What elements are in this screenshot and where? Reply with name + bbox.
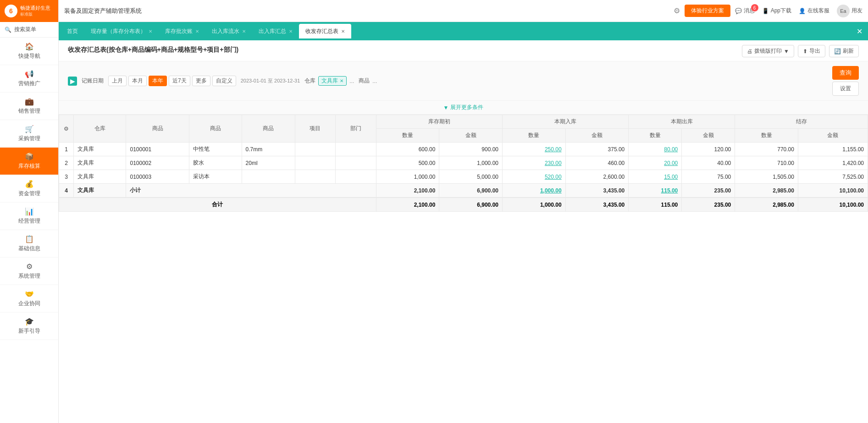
row3-product-spec: [242, 170, 295, 184]
tabbar-close-btn[interactable]: ✕: [853, 25, 866, 38]
col-balance-qty-header: 数量: [735, 129, 798, 143]
logo-badge: 标准版: [20, 11, 50, 17]
chevron-down-icon: ▼: [784, 48, 789, 55]
product-more-btn[interactable]: ...: [372, 78, 377, 84]
sidebar-item-basic-info[interactable]: 📋 基础信息: [0, 230, 58, 258]
app-download-btn[interactable]: 📱 App下载: [762, 7, 791, 15]
product-label: 商品: [359, 77, 370, 85]
tab-inventory-distribution[interactable]: 现存量（库存分布表） ✕: [84, 24, 159, 38]
notifications-btn[interactable]: 💬 消息 6: [735, 7, 755, 15]
query-btn[interactable]: 查询: [832, 66, 859, 80]
subtotal-out-qty[interactable]: 115.00: [629, 184, 682, 198]
system-label: 系统管理: [18, 272, 40, 280]
sidebar-item-sales[interactable]: 💼 销售管理: [0, 93, 58, 120]
table-settings-btn[interactable]: 设置: [832, 82, 859, 96]
experience-btn[interactable]: 体验行业方案: [685, 5, 730, 17]
date-btn-this-month[interactable]: 本月: [128, 76, 147, 86]
row2-in-qty[interactable]: 230.00: [502, 156, 565, 170]
date-btn-this-year[interactable]: 本年: [149, 76, 167, 86]
total-opening-amount: 6,900.00: [439, 198, 503, 212]
date-filter-label: 记账日期: [82, 77, 104, 85]
row3-department: [336, 170, 376, 184]
row2-out-qty[interactable]: 20.00: [629, 156, 682, 170]
sidebar-item-operations[interactable]: 📊 经营管理: [0, 203, 58, 230]
tab-close-batch[interactable]: ✕: [195, 29, 199, 34]
row3-project: [295, 170, 336, 184]
tab-home[interactable]: 首页: [61, 24, 84, 38]
avatar: Ea: [837, 5, 850, 17]
operations-icon: 📊: [25, 207, 34, 216]
row1-seq: 1: [59, 143, 74, 156]
row2-in-amount: 460.00: [565, 156, 629, 170]
date-btn-last-month[interactable]: 上月: [108, 76, 127, 86]
row2-seq: 2: [59, 156, 74, 170]
date-btn-custom[interactable]: 自定义: [212, 76, 236, 86]
sidebar-item-quick-nav[interactable]: 🏠 快捷导航: [0, 38, 58, 65]
logo-text: 畅捷通好生意: [20, 5, 50, 11]
marketing-icon: 📢: [25, 70, 34, 78]
date-options: 上月 本月 本年 近7天 更多 自定义: [108, 76, 236, 86]
tab-close-receivable-summary[interactable]: ✕: [341, 29, 345, 34]
warehouse-more-btn[interactable]: ...: [349, 78, 354, 84]
col-opening-amount-header: 金额: [439, 129, 503, 143]
row1-in-qty[interactable]: 250.00: [502, 143, 565, 156]
row1-out-amount: 120.00: [682, 143, 735, 156]
col-settings-header[interactable]: ⚙: [59, 115, 74, 143]
table-row: 3 文具库 0100003 采访本 1,000.00 5,000.00 520.…: [59, 170, 868, 184]
col-product-name-header: 商品: [189, 115, 242, 143]
col-balance-group-header: 结存: [735, 115, 868, 129]
total-balance-qty: 2,985.00: [735, 198, 798, 212]
subtotal-in-qty[interactable]: 1,000.00: [502, 184, 565, 198]
sidebar-item-finance[interactable]: 💰 资金管理: [0, 175, 58, 203]
warehouse-tag[interactable]: 文具库 ✕: [318, 76, 347, 86]
col-product-code-header: 商品: [126, 115, 189, 143]
finance-label: 资金管理: [18, 190, 40, 198]
row2-product-code: 0100002: [126, 156, 189, 170]
tab-close-inventory-distribution[interactable]: ✕: [149, 29, 152, 34]
page-header: 收发存汇总表(按仓库+商品编码+商品+规格型号+项目+部门) 🖨 拨镜版打印 ▼…: [59, 40, 868, 61]
row3-product-code: 0100003: [126, 170, 189, 184]
marketing-label: 营销推广: [18, 80, 40, 88]
product-filter: 商品 ...: [359, 77, 377, 85]
row3-out-qty[interactable]: 15.00: [629, 170, 682, 184]
refresh-btn[interactable]: 🔄 刷新: [829, 45, 859, 57]
row1-opening-amount: 900.00: [439, 143, 503, 156]
export-btn[interactable]: ⬆ 导出: [798, 45, 825, 57]
col-opening-group-header: 库存期初: [376, 115, 502, 129]
sidebar-item-purchase[interactable]: 🛒 采购管理: [0, 120, 58, 148]
tab-close-in-out-summary[interactable]: ✕: [289, 29, 293, 34]
row3-opening-amount: 5,000.00: [439, 170, 503, 184]
print-btn[interactable]: 🖨 拨镜版打印 ▼: [742, 45, 794, 57]
sidebar-item-inventory[interactable]: 📦 库存核算: [0, 148, 58, 175]
date-btn-more[interactable]: 更多: [192, 76, 210, 86]
user-btn[interactable]: Ea 用友: [837, 5, 862, 17]
tab-in-out-flow[interactable]: 出入库流水 ✕: [205, 24, 252, 38]
tab-in-out-summary[interactable]: 出入库汇总 ✕: [252, 24, 299, 38]
row3-in-qty[interactable]: 520.00: [502, 170, 565, 184]
warehouse-tag-close[interactable]: ✕: [340, 78, 343, 83]
quick-nav-icon: 🏠: [25, 42, 34, 51]
sidebar-item-marketing[interactable]: 📢 营销推广: [0, 65, 58, 93]
tab-batch[interactable]: 库存批次账 ✕: [159, 24, 205, 38]
row1-out-qty[interactable]: 80.00: [629, 143, 682, 156]
tab-receivable-summary[interactable]: 收发存汇总表 ✕: [299, 24, 351, 38]
total-row: 合计 2,100.00 6,900.00 1,000.00 3,435.00 1…: [59, 198, 868, 212]
sidebar-item-system[interactable]: ⚙ 系统管理: [0, 258, 58, 285]
sidebar-logo: 6 畅捷通好生意 标准版: [0, 0, 58, 22]
warehouse-label: 仓库: [304, 77, 315, 85]
quick-nav-label: 快捷导航: [18, 52, 40, 60]
sidebar-item-guide[interactable]: 🎓 新手引导: [0, 313, 58, 340]
enterprise-label: 企业协同: [18, 300, 40, 308]
tab-close-in-out-flow[interactable]: ✕: [242, 29, 246, 34]
table-row: 2 文具库 0100002 胶水 20ml 500.00 1,000.00 23…: [59, 156, 868, 170]
expand-conditions-btn[interactable]: ▼ 展开更多条件: [443, 104, 484, 111]
sidebar-search[interactable]: 🔍 搜索菜单: [0, 22, 58, 38]
online-service-btn[interactable]: 👤 在线客服: [799, 7, 829, 15]
total-opening-qty: 2,100.00: [376, 198, 439, 212]
sidebar-nav: 🏠 快捷导航 📢 营销推广 💼 销售管理 🛒 采购管理 📦 库存核算 💰 资金管…: [0, 38, 58, 423]
sidebar-item-enterprise[interactable]: 🤝 企业协同: [0, 285, 58, 313]
col-out-qty-header: 数量: [629, 129, 682, 143]
date-btn-7days[interactable]: 近7天: [169, 76, 190, 86]
settings-icon[interactable]: ⚙: [674, 6, 680, 15]
filter-toggle-btn[interactable]: ▶: [68, 77, 77, 86]
